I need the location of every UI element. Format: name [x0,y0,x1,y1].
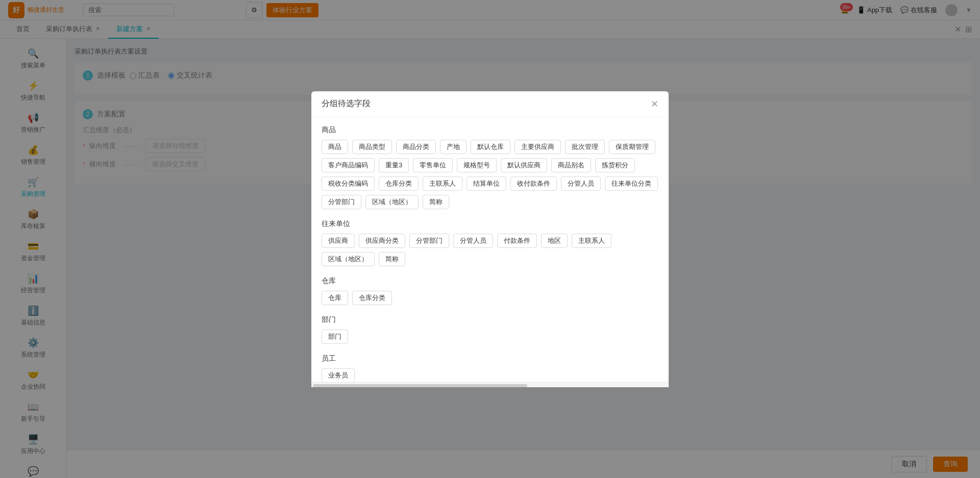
field-tag-batch-mgmt[interactable]: 批次管理 [565,140,605,154]
field-tag-supplier-category[interactable]: 供应商分类 [359,234,405,248]
section-warehouse: 仓库 仓库 仓库分类 [322,276,658,305]
field-tag-goods[interactable]: 商品 [322,140,348,154]
field-tag-dept[interactable]: 分管部门 [322,195,361,209]
modal-hscroll-thumb [313,384,527,387]
field-tag-tax-code[interactable]: 税收分类编码 [322,177,375,191]
field-tag-warehouse[interactable]: 仓库 [322,291,348,305]
field-tag-trading-category[interactable]: 往来单位分类 [605,177,658,191]
field-tag-retail-unit[interactable]: 零售单位 [413,158,453,172]
field-tag-salesperson[interactable]: 业务员 [322,368,355,383]
field-tag-weight[interactable]: 重量3 [379,158,409,172]
section-warehouse-title: 仓库 [322,276,658,286]
field-tag-region2[interactable]: 区域（地区） [322,252,375,266]
modal-header: 分组待选字段 ✕ [311,91,669,117]
section-employee: 员工 业务员 [322,354,658,383]
modal-horizontal-scrollbar[interactable] [311,382,669,387]
field-tag-dept2[interactable]: 分管部门 [409,234,449,248]
section-dept: 部门 部门 [322,315,658,344]
field-tag-contact[interactable]: 主联系人 [572,234,611,248]
field-tag-goods-alias[interactable]: 商品别名 [551,158,591,172]
field-tag-area[interactable]: 地区 [541,234,568,248]
section-dept-tags: 部门 [322,330,658,344]
field-tag-default-warehouse[interactable]: 默认仓库 [471,140,510,154]
section-goods-title: 商品 [322,125,658,135]
section-trading-tags: 供应商 供应商分类 分管部门 分管人员 付款条件 地区 主联系人 区域（地区） … [322,234,658,266]
field-tag-payment-cond[interactable]: 付款条件 [497,234,537,248]
field-tag-default-supplier[interactable]: 默认供应商 [501,158,547,172]
section-goods: 商品 商品 商品类型 商品分类 产地 默认仓库 主要供应商 批次管理 保质期管理… [322,125,658,209]
section-employee-tags: 业务员 [322,368,658,383]
field-tag-supplier[interactable]: 供应商 [322,234,355,248]
field-tag-payment-terms[interactable]: 收付款条件 [510,177,557,191]
field-select-modal: 分组待选字段 ✕ 商品 商品 商品类型 商品分类 产地 默认仓库 主要供应商 批… [311,91,669,387]
field-tag-main-contact[interactable]: 主联系人 [423,177,462,191]
field-tag-goods-category[interactable]: 商品分类 [396,140,436,154]
field-tag-supervisor[interactable]: 分管人员 [561,177,601,191]
section-warehouse-tags: 仓库 仓库分类 [322,291,658,305]
modal-title: 分组待选字段 [322,98,371,109]
field-tag-department[interactable]: 部门 [322,330,348,344]
section-employee-title: 员工 [322,354,658,363]
section-goods-tags: 商品 商品类型 商品分类 产地 默认仓库 主要供应商 批次管理 保质期管理 客户… [322,140,658,209]
field-tag-settlement-unit[interactable]: 结算单位 [467,177,506,191]
section-dept-title: 部门 [322,315,658,324]
section-trading: 往来单位 供应商 供应商分类 分管部门 分管人员 付款条件 地区 主联系人 区域… [322,219,658,266]
modal-close-button[interactable]: ✕ [651,98,658,110]
field-tag-customer-code[interactable]: 客户商品编码 [322,158,375,172]
field-tag-origin[interactable]: 产地 [440,140,467,154]
field-tag-abbr[interactable]: 简称 [423,195,449,209]
modal-body[interactable]: 商品 商品 商品类型 商品分类 产地 默认仓库 主要供应商 批次管理 保质期管理… [311,117,669,383]
field-tag-main-supplier[interactable]: 主要供应商 [514,140,561,154]
field-tag-supervisor2[interactable]: 分管人员 [453,234,493,248]
field-tag-shelf-life[interactable]: 保质期管理 [609,140,655,154]
field-tag-pick-points[interactable]: 拣货积分 [595,158,635,172]
field-tag-region[interactable]: 区域（地区） [365,195,419,209]
section-trading-title: 往来单位 [322,219,658,229]
field-tag-spec-model[interactable]: 规格型号 [457,158,497,172]
field-tag-warehouse-category[interactable]: 仓库分类 [379,177,419,191]
modal-overlay: 分组待选字段 ✕ 商品 商品 商品类型 商品分类 产地 默认仓库 主要供应商 批… [0,0,980,478]
field-tag-abbr2[interactable]: 简称 [379,252,405,266]
field-tag-warehouse-cat[interactable]: 仓库分类 [352,291,392,305]
field-tag-goods-type[interactable]: 商品类型 [352,140,392,154]
